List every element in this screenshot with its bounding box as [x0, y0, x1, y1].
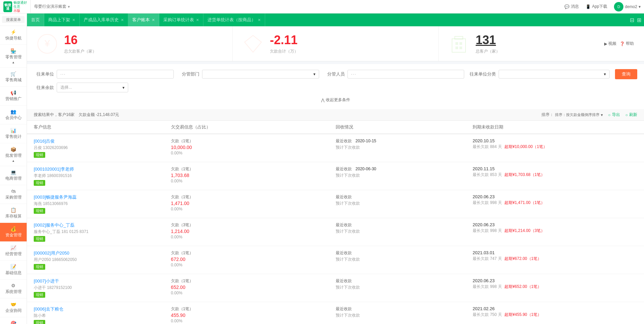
- recovery-next-1: 预计下次收款: [336, 173, 473, 178]
- sidebar-item-purchase[interactable]: 🛍 采购管理: [0, 185, 27, 204]
- sidebar-item-operations[interactable]: 📈 经营管理: [0, 242, 27, 261]
- sidebar-item-basic-info[interactable]: 📝 基础信息: [0, 261, 27, 279]
- customer-name-3[interactable]: [0002]服务中心_丁磊: [34, 222, 171, 228]
- tab-close-product-listing[interactable]: ✕: [72, 18, 75, 22]
- sidebar-item-marketing[interactable]: 📢 营销推广: [0, 87, 27, 106]
- refresh-button[interactable]: ○ 刷新: [625, 112, 637, 118]
- debt-amount-4[interactable]: 672.00: [171, 257, 336, 262]
- due-overdue-6: 最长欠款 750 天 超期¥455.90（1笔）: [473, 312, 637, 318]
- sidebar-item-guide[interactable]: 🎯 新手引导: [0, 317, 27, 324]
- debt-info-6: 欠款（1笔） 455.90 0.00%: [171, 306, 336, 323]
- filter-category: 往来单位分类 ▾: [470, 70, 610, 79]
- recovery-info-2: 最近收款 预计下次收款: [336, 194, 473, 206]
- source-unit-input[interactable]: ···: [57, 70, 174, 79]
- sidebar-item-system[interactable]: ⚙ 系统管理: [0, 279, 27, 298]
- sidebar-item-member[interactable]: 👥 会员中心: [0, 106, 27, 124]
- system-icon: ⚙: [11, 283, 16, 288]
- debt-amount-0[interactable]: 10,000.00: [171, 145, 336, 150]
- overdue-link-2[interactable]: 超期¥1,471.00（1笔）: [504, 200, 545, 205]
- search-input[interactable]: [2, 16, 25, 23]
- due-info-3: 2020.06.23 最长欠款 998 天 超期¥1,214.00（3笔）: [473, 222, 637, 234]
- expand-tabs-btn[interactable]: ⊞: [637, 17, 641, 23]
- overdue-link-5[interactable]: 超期¥652.00（1笔）: [504, 284, 541, 289]
- customer-info-4: [000002]用户2050 用户2050 18665062050 现销: [34, 250, 171, 270]
- help-btn[interactable]: ❓ 帮助: [620, 41, 634, 47]
- recovery-next-4: 预计下次收款: [336, 257, 473, 262]
- recovery-label-4: 最近收款: [336, 250, 473, 256]
- user-menu[interactable]: D demo2 ▾: [614, 2, 641, 11]
- search-button[interactable]: 查询: [615, 69, 637, 79]
- collab-icon: 🤝: [10, 302, 16, 307]
- sidebar-item-ecommerce[interactable]: 💻 电商管理: [0, 166, 27, 185]
- tab-close-purchase[interactable]: ✕: [196, 18, 199, 22]
- customer-info-5: [0007]小进干 小进干 18279152100 现销: [34, 278, 171, 298]
- debt-ratio-2: 0.00%: [171, 207, 336, 211]
- customer-name-4[interactable]: [000002]用户2050: [34, 250, 171, 256]
- dept-input[interactable]: ▾: [202, 70, 319, 79]
- collapse-tabs-btn[interactable]: ⊟: [630, 17, 634, 23]
- sort-button[interactable]: 排序： 排序：按欠款金额倒序排序 ▾: [541, 112, 603, 118]
- tab-product-listing[interactable]: 商品上下架 ✕: [44, 13, 80, 26]
- chevron-icon: ▲: [12, 159, 15, 163]
- tab-close-production[interactable]: ✕: [121, 18, 124, 22]
- tab-purchase-stats[interactable]: 采购订单统计表 ✕: [159, 13, 203, 26]
- app-download-btn[interactable]: 📱 App下载: [586, 4, 607, 9]
- overdue-link-0[interactable]: 超期¥10,000.00（1笔）: [504, 144, 547, 149]
- due-date-1: 2020.11.15: [473, 166, 637, 171]
- sidebar-item-retail-mgmt[interactable]: 🏪 零售管理 ▲: [0, 45, 27, 68]
- stat-card-debt-customers: ¥ 16 总欠款客户（家）: [27, 26, 233, 61]
- stats-row: ¥ 16 总欠款客户（家）: [27, 26, 644, 61]
- due-overdue-4: 最长欠款 747 天 超期¥672.00（1笔）: [473, 256, 637, 262]
- debt-info-0: 欠款（1笔） 10,000.00 0.00%: [171, 138, 336, 155]
- recovery-label-6: 最近收款: [336, 306, 473, 312]
- customer-name-1[interactable]: [0001020001]李老师: [34, 166, 171, 172]
- sidebar-item-quick-nav[interactable]: ⚡ 快捷导航: [0, 26, 27, 45]
- sidebar-item-wholesale[interactable]: 📦 批发管理 ▲: [0, 143, 27, 166]
- sidebar-item-inventory[interactable]: 📋 库存核算: [0, 204, 27, 223]
- debt-ratio-4: 0.00%: [171, 263, 336, 267]
- debt-amount-3[interactable]: 1,214.00: [171, 229, 336, 234]
- customer-contact-4: 用户2050 18665062050: [34, 257, 171, 263]
- message-btn[interactable]: 💬 消息: [564, 4, 579, 9]
- category-input[interactable]: ▾: [499, 70, 610, 79]
- overdue-link-1[interactable]: 超期¥1,703.68（1笔）: [504, 172, 545, 177]
- overdue-link-6[interactable]: 超期¥455.90（1笔）: [504, 312, 541, 317]
- customer-tag-6: 现销: [34, 320, 45, 324]
- recovery-next-2: 预计下次收款: [336, 201, 473, 206]
- customer-name-0[interactable]: [0016]吕俊: [34, 138, 171, 144]
- debt-amount-1[interactable]: 1,703.68: [171, 173, 336, 178]
- refresh-icon: ○: [625, 113, 628, 117]
- customer-name-6[interactable]: [0006]去下粮仓: [34, 306, 171, 312]
- person-input[interactable]: ···: [347, 70, 465, 79]
- industry-select[interactable]: 母婴行业演示账套 ▾: [30, 0, 73, 13]
- tab-purchase-product-stats[interactable]: 进货单统计表（按商品） ✕: [203, 13, 265, 26]
- debt-info-1: 欠款（1笔） 1,703.68 0.00%: [171, 166, 336, 183]
- filter-person: 分管人员 ···: [325, 70, 465, 79]
- collapse-filter-btn[interactable]: ⋀ 收起更多条件: [34, 96, 637, 104]
- sidebar-item-finance[interactable]: 💰 资金管理: [0, 223, 27, 242]
- main-layout: ⚡ 快捷导航 🏪 零售管理 ▲ 🛒 零售商城 📢 营销推广 👥 会员中心 �: [0, 13, 644, 324]
- customer-name-2[interactable]: [0003]畅捷服务尹海蕊: [34, 194, 171, 200]
- balance-input[interactable]: 选择... ▾: [57, 83, 128, 92]
- overdue-link-4[interactable]: 超期¥672.00（1笔）: [504, 256, 541, 261]
- export-button[interactable]: ○ 导出: [608, 112, 620, 118]
- customer-info-3: [0002]服务中心_丁磊 服务中心_丁磊 181 0125 8371 现销: [34, 222, 171, 242]
- stat-card-total-customers: 131 总客户（家） ▶ 视频 ❓ 帮助: [439, 26, 644, 61]
- due-info-4: 2021.03.01 最长欠款 747 天 超期¥672.00（1笔）: [473, 250, 637, 262]
- tab-production-history[interactable]: 产成品入库单历史 ✕: [80, 13, 128, 26]
- debt-amount-5[interactable]: 652.00: [171, 285, 336, 290]
- sidebar-item-retail-stats[interactable]: 📊 零售统计: [0, 124, 27, 143]
- tabs-bar: 首页 商品上下架 ✕ 产成品入库单历史 ✕ 客户账本 ✕ 采购订单统计表 ✕: [27, 13, 644, 26]
- debt-amount-6[interactable]: 455.90: [171, 313, 336, 318]
- customer-name-5[interactable]: [0007]小进干: [34, 278, 171, 284]
- play-icon: ▶: [604, 41, 607, 46]
- tab-close-customer[interactable]: ✕: [152, 18, 155, 22]
- overdue-link-3[interactable]: 超期¥1,214.00（3笔）: [504, 228, 545, 233]
- debt-amount-2[interactable]: 1,471.00: [171, 201, 336, 206]
- tab-customer-account[interactable]: 客户账本 ✕: [128, 13, 159, 26]
- tab-close-purchase-product[interactable]: ✕: [258, 18, 261, 22]
- tab-home[interactable]: 首页: [27, 13, 44, 26]
- video-btn[interactable]: ▶ 视频: [604, 41, 616, 47]
- sidebar-item-retail-mall[interactable]: 🛒 零售商城: [0, 68, 27, 87]
- sidebar-item-collab[interactable]: 🤝 企业协同: [0, 298, 27, 317]
